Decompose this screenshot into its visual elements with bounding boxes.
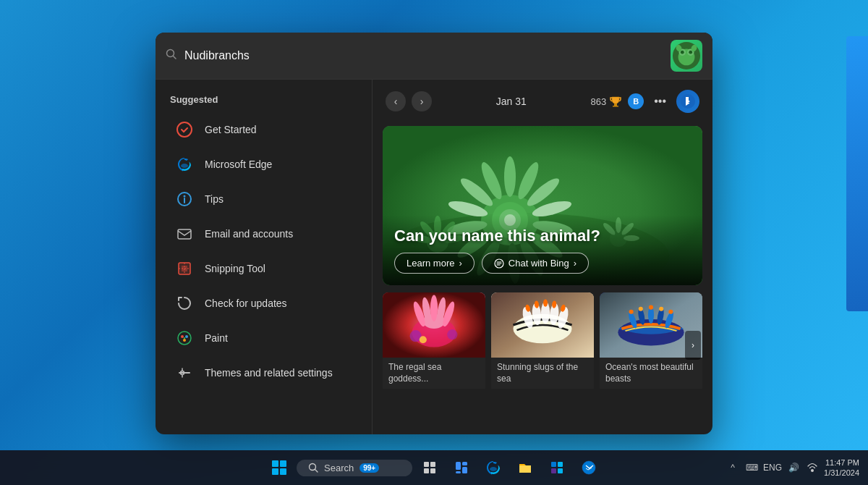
svg-rect-105 bbox=[430, 468, 435, 473]
learn-more-chevron: › bbox=[459, 258, 461, 269]
svg-point-85 bbox=[543, 300, 548, 307]
sidebar-item-snipping[interactable]: Snipping Tool bbox=[160, 251, 367, 286]
taskbar-center: Search 99+ bbox=[265, 453, 603, 482]
file-explorer-btn[interactable] bbox=[511, 453, 540, 482]
widgets-icon bbox=[454, 460, 469, 475]
language-indicator: ENG bbox=[763, 463, 782, 473]
win-quad-tr bbox=[280, 460, 286, 467]
thumbnail-2[interactable]: Stunning slugs of the sea bbox=[491, 292, 594, 397]
sidebar-label-snipping: Snipping Tool bbox=[205, 263, 265, 274]
news-icon bbox=[581, 460, 597, 476]
paint-icon bbox=[174, 328, 195, 348]
task-view-icon bbox=[422, 460, 437, 475]
sidebar-item-get-started[interactable]: Get Started bbox=[160, 112, 367, 147]
svg-point-70 bbox=[430, 295, 438, 321]
thumb-img-2-svg bbox=[491, 292, 594, 358]
sidebar: Suggested Get Started bbox=[156, 80, 373, 434]
thumbnail-row: The regal sea goddess... bbox=[383, 292, 702, 397]
hero-overlay: Can you name this animal? Learn more › bbox=[383, 215, 702, 285]
taskbar-edge-icon bbox=[485, 460, 501, 476]
svg-line-1 bbox=[174, 56, 176, 59]
sidebar-label-get-started: Get Started bbox=[205, 124, 257, 135]
sidebar-label-paint: Paint bbox=[205, 332, 228, 344]
svg-point-13 bbox=[184, 195, 186, 198]
thumb-label-2: Stunning slugs of the sea bbox=[491, 358, 594, 389]
thumb-label-1: The regal sea goddess... bbox=[383, 358, 485, 389]
svg-rect-31 bbox=[613, 106, 618, 107]
svg-point-7 bbox=[689, 51, 692, 54]
sidebar-item-tips[interactable]: Tips bbox=[160, 182, 367, 216]
sidebar-label-email: Email and accounts bbox=[205, 228, 293, 240]
sidebar-item-paint[interactable]: Paint bbox=[160, 321, 367, 355]
right-panel bbox=[846, 36, 868, 311]
chat-icon bbox=[494, 258, 504, 269]
taskbar-search-icon bbox=[308, 463, 318, 473]
sidebar-item-edge[interactable]: Microsoft Edge bbox=[160, 147, 367, 182]
desktop: Suggested Get Started bbox=[0, 0, 868, 485]
svg-point-110 bbox=[490, 467, 497, 471]
keyboard-icon[interactable]: ⌨ bbox=[744, 460, 759, 475]
sidebar-item-themes[interactable]: Themes and related settings bbox=[160, 355, 367, 390]
svg-rect-15 bbox=[178, 229, 191, 239]
widgets-btn[interactable] bbox=[447, 453, 476, 482]
chat-chevron: › bbox=[574, 258, 576, 269]
store-btn[interactable] bbox=[542, 453, 571, 482]
thumbnail-3[interactable]: Ocean's most beautiful beasts › bbox=[600, 292, 702, 397]
hero-title: Can you name this animal? bbox=[394, 227, 691, 245]
time-display: 11:47 PM bbox=[825, 457, 859, 468]
get-started-icon bbox=[174, 119, 195, 140]
search-icon bbox=[166, 48, 177, 63]
start-button[interactable] bbox=[265, 453, 294, 482]
svg-point-99 bbox=[668, 310, 673, 314]
svg-point-25 bbox=[184, 337, 185, 339]
chat-bing-btn[interactable]: Chat with Bing › bbox=[482, 253, 589, 274]
svg-rect-111 bbox=[551, 462, 556, 467]
svg-point-11 bbox=[181, 164, 188, 168]
news-btn[interactable] bbox=[574, 453, 603, 482]
svg-point-24 bbox=[183, 339, 186, 342]
task-view-btn[interactable] bbox=[415, 453, 444, 482]
svg-point-97 bbox=[649, 305, 653, 310]
edge-icon bbox=[174, 154, 195, 174]
sidebar-label-edge: Microsoft Edge bbox=[205, 159, 272, 170]
themes-icon bbox=[174, 363, 195, 383]
trophy-icon bbox=[609, 95, 622, 108]
svg-point-36 bbox=[504, 156, 516, 197]
sidebar-label-updates: Check for updates bbox=[205, 298, 287, 309]
tips-icon bbox=[174, 189, 195, 209]
svg-point-98 bbox=[659, 307, 663, 311]
learn-more-btn[interactable]: Learn more › bbox=[394, 253, 475, 274]
sidebar-item-updates[interactable]: Check for updates bbox=[160, 286, 367, 321]
email-icon bbox=[174, 224, 195, 244]
hero-card[interactable]: Can you name this animal? Learn more › bbox=[383, 126, 702, 285]
taskbar-search-btn[interactable]: Search 99+ bbox=[297, 460, 412, 476]
search-avatar bbox=[671, 40, 702, 72]
wifi-icon[interactable] bbox=[805, 460, 820, 475]
svg-point-22 bbox=[181, 335, 184, 338]
search-input[interactable] bbox=[184, 49, 663, 62]
svg-rect-107 bbox=[462, 462, 467, 465]
content-panel: ‹ › Jan 31 863 B bbox=[373, 80, 712, 434]
taskbar-edge-btn[interactable] bbox=[479, 453, 508, 482]
thumbnail-1[interactable]: The regal sea goddess... bbox=[383, 292, 485, 397]
windows-logo bbox=[272, 460, 286, 475]
thumb-label-3: Ocean's most beautiful beasts bbox=[600, 358, 702, 389]
chevron-up-icon[interactable]: ^ bbox=[726, 460, 740, 475]
file-explorer-icon bbox=[517, 460, 533, 476]
next-thumb-btn[interactable]: › bbox=[685, 331, 701, 360]
clock[interactable]: 11:47 PM 1/31/2024 bbox=[824, 457, 859, 478]
taskbar-search-label: Search bbox=[324, 463, 354, 473]
date-display: 1/31/2024 bbox=[824, 468, 859, 478]
svg-point-75 bbox=[447, 329, 457, 340]
sidebar-item-email[interactable]: Email and accounts bbox=[160, 216, 367, 251]
svg-point-6 bbox=[681, 51, 684, 54]
bing-circle[interactable] bbox=[676, 90, 699, 113]
volume-icon[interactable]: 🔊 bbox=[786, 460, 801, 475]
bing-b-badge: B bbox=[628, 93, 644, 109]
search-badge: 99+ bbox=[359, 463, 379, 473]
next-btn[interactable]: › bbox=[412, 91, 432, 111]
prev-btn[interactable]: ‹ bbox=[386, 91, 406, 111]
sidebar-label-themes: Themes and related settings bbox=[205, 367, 333, 379]
svg-rect-103 bbox=[430, 462, 435, 467]
more-btn[interactable]: ••• bbox=[650, 93, 671, 109]
